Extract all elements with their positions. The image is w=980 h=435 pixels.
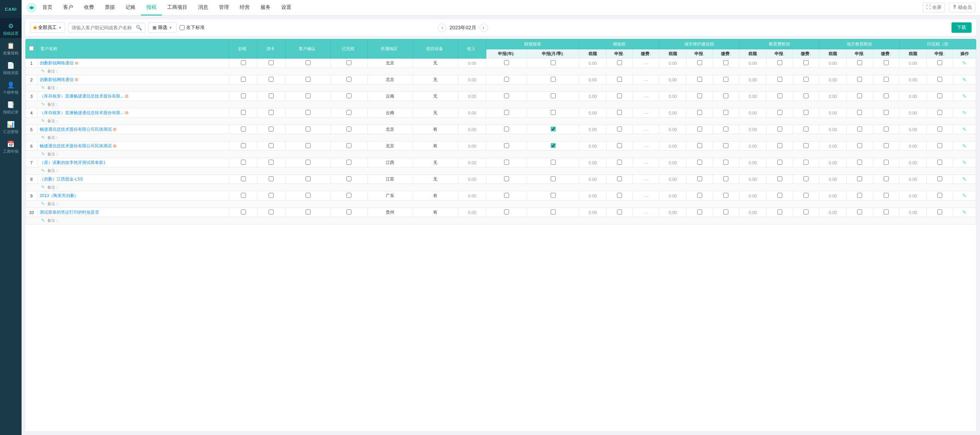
cell-qingka[interactable]: [257, 92, 285, 101]
cell-action[interactable]: ✎: [953, 75, 976, 84]
company-name[interactable]: 畅捷通信息技术股份有限公司民珠测试⊘: [37, 142, 229, 151]
company-name[interactable]: （库存核算）直播畅捷通信息技术股份有限...⊘: [37, 108, 229, 118]
cell-cw-year[interactable]: [486, 175, 527, 184]
edit-icon[interactable]: ✎: [962, 193, 967, 199]
cell-jyfj-jiaofei[interactable]: [793, 125, 819, 134]
mingxia-checkbox[interactable]: [180, 25, 185, 30]
cell-zzs-shenb[interactable]: [606, 175, 633, 184]
cell-cw-month[interactable]: [527, 92, 579, 101]
cell-csjs-jiaofei[interactable]: [713, 108, 740, 118]
cell-jyfj-shenb[interactable]: [767, 158, 793, 167]
cell-jyfj-shenb[interactable]: [767, 208, 793, 217]
cell-cw-year[interactable]: [486, 142, 527, 151]
cell-yhs-shenb[interactable]: [926, 208, 953, 217]
cell-cw-month[interactable]: [527, 125, 579, 134]
cell-yhs-shenb[interactable]: [926, 59, 953, 68]
nav-item-jingying[interactable]: 经营: [234, 0, 255, 15]
cell-qingka[interactable]: [257, 175, 285, 184]
nav-item-piaoju[interactable]: 票据: [99, 0, 120, 15]
cell-csjs-shenb[interactable]: [686, 108, 713, 118]
cell-jyfj-jiaofei[interactable]: [793, 108, 819, 118]
sidebar-item-baoshui-shezhi[interactable]: ⚙ 报税设置: [0, 19, 22, 38]
cell-chaoshui[interactable]: [229, 75, 257, 84]
cell-chaoshui[interactable]: [229, 142, 257, 151]
edit-icon[interactable]: ✎: [962, 60, 967, 66]
cell-quereng[interactable]: [285, 175, 331, 184]
edit-icon[interactable]: ✎: [962, 143, 967, 149]
cell-csjs-jiaofei[interactable]: [713, 191, 740, 201]
cell-jyfj-shenb[interactable]: [767, 142, 793, 151]
cell-zzs-shenb[interactable]: [606, 75, 633, 84]
edit-icon[interactable]: ✎: [962, 93, 967, 99]
cell-cw-month[interactable]: [527, 142, 579, 151]
cell-dfjy-shenb[interactable]: [846, 191, 873, 201]
cell-dfjy-shenb[interactable]: [846, 208, 873, 217]
cell-jyfj-jiaofei[interactable]: [793, 208, 819, 217]
cell-dfjy-jiaofei[interactable]: [873, 108, 899, 118]
cell-action[interactable]: ✎: [953, 59, 976, 68]
edit-icon[interactable]: ✎: [962, 77, 967, 83]
cell-cw-year[interactable]: [486, 108, 527, 118]
cell-jyfj-jiaofei[interactable]: [793, 158, 819, 167]
cell-cw-year[interactable]: [486, 208, 527, 217]
cell-cw-year[interactable]: [486, 75, 527, 84]
cell-cw-month[interactable]: [527, 75, 579, 84]
cell-dfjy-jiaofei[interactable]: [873, 208, 899, 217]
cell-csjs-jiaofei[interactable]: [713, 75, 740, 84]
sidebar-item-baoshui-jilu[interactable]: 📑 报税记录: [0, 97, 22, 117]
search-input[interactable]: [72, 25, 136, 30]
next-month-button[interactable]: ›: [479, 24, 488, 32]
cell-chaoshui[interactable]: [229, 108, 257, 118]
cell-chaoshui[interactable]: [229, 208, 257, 217]
cell-qingka[interactable]: [257, 75, 285, 84]
cell-dfjy-shenb[interactable]: [846, 59, 873, 68]
cell-yhs-shenb[interactable]: [926, 108, 953, 118]
cell-jyfj-jiaofei[interactable]: [793, 175, 819, 184]
cell-quereng[interactable]: [285, 108, 331, 118]
cell-csjs-jiaofei[interactable]: [713, 142, 740, 151]
cell-dfjy-jiaofei[interactable]: [873, 142, 899, 151]
select-all-checkbox[interactable]: [29, 46, 34, 51]
cell-quereng[interactable]: [285, 75, 331, 84]
cell-csjs-shenb[interactable]: [686, 191, 713, 201]
cell-quereng[interactable]: [285, 208, 331, 217]
nav-item-shoufei[interactable]: 收费: [79, 0, 99, 15]
cell-cw-year[interactable]: [486, 191, 527, 201]
cell-zzs-shenb[interactable]: [606, 92, 633, 101]
cell-cw-month[interactable]: [527, 175, 579, 184]
cell-chaoshui[interactable]: [229, 59, 257, 68]
cell-jyfj-jiaofei[interactable]: [793, 59, 819, 68]
cell-csjs-shenb[interactable]: [686, 75, 713, 84]
cell-quereng[interactable]: [285, 92, 331, 101]
cell-yhs-shenb[interactable]: [926, 158, 953, 167]
cell-dfjy-jiaofei[interactable]: [873, 158, 899, 167]
cell-csjs-jiaofei[interactable]: [713, 125, 740, 134]
cell-action[interactable]: ✎: [953, 142, 976, 151]
cell-yhs-shenb[interactable]: [926, 125, 953, 134]
cell-zzs-shenb[interactable]: [606, 191, 633, 201]
edit-icon[interactable]: ✎: [962, 209, 967, 215]
cell-wanshui[interactable]: [331, 92, 367, 101]
cell-cw-year[interactable]: [486, 59, 527, 68]
sidebar-item-piliang-baoshui[interactable]: 📋 批量报税: [0, 38, 22, 58]
cell-action[interactable]: ✎: [953, 92, 976, 101]
cell-csjs-shenb[interactable]: [686, 125, 713, 134]
fullscreen-button[interactable]: ⛶ 全屏: [923, 3, 945, 12]
cell-quereng[interactable]: [285, 191, 331, 201]
cell-dfjy-shenb[interactable]: [846, 142, 873, 151]
cell-qingka[interactable]: [257, 158, 285, 167]
cell-dfjy-shenb[interactable]: [846, 92, 873, 101]
cell-cw-month[interactable]: [527, 208, 579, 217]
cell-jyfj-shenb[interactable]: [767, 191, 793, 201]
sidebar-item-geshui[interactable]: 👤 个税申报: [0, 78, 22, 97]
cell-dfjy-shenb[interactable]: [846, 75, 873, 84]
cell-zzs-shenb[interactable]: [606, 125, 633, 134]
cell-dfjy-jiaofei[interactable]: [873, 59, 899, 68]
cell-csjs-shenb[interactable]: [686, 175, 713, 184]
cell-dfjy-shenb[interactable]: [846, 175, 873, 184]
cell-action[interactable]: ✎: [953, 175, 976, 184]
cell-action[interactable]: ✎: [953, 108, 976, 118]
cell-jyfj-jiaofei[interactable]: [793, 92, 819, 101]
cell-jyfj-jiaofei[interactable]: [793, 75, 819, 84]
cell-wanshui[interactable]: [331, 175, 367, 184]
